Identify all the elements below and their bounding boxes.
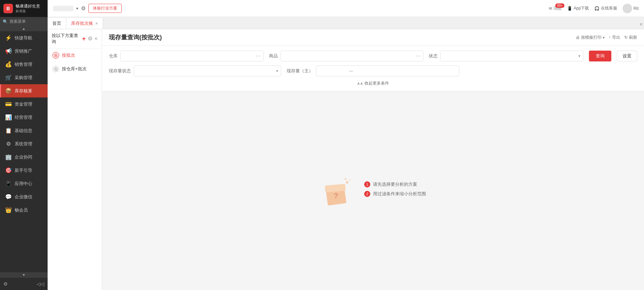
system-icon: ⚙ [5, 141, 12, 147]
enterprise-icon: 🏢 [5, 154, 12, 160]
sidebar-item-quick-nav[interactable]: ⚡ 快捷导航 [0, 31, 48, 44]
warehouse-filter-group: 仓库 ··· [109, 51, 264, 61]
tab-inventory-batch[interactable]: 库存批次账 × [66, 18, 103, 29]
topbar-left: ▾ ⚙ 体验行业方案 [53, 4, 545, 13]
add-scheme-button[interactable]: + [82, 35, 86, 42]
range-dash: — [349, 69, 353, 73]
sidebar-item-wechat[interactable]: 💬 企业微信 [0, 190, 48, 203]
status-filter-group: 状态 ▾ [429, 51, 583, 61]
trial-button[interactable]: 体验行业方案 [88, 4, 122, 13]
status-select[interactable]: ▾ [440, 51, 583, 61]
page-actions: 🖨 按模板打印 ▾ ↑ 导出 ↻ 刷新 [576, 35, 637, 40]
quick-nav-icon: ⚡ [5, 35, 12, 41]
topbar-dropdown[interactable]: ▾ [76, 6, 78, 11]
status-arrow-icon: ▾ [578, 54, 580, 58]
app-logo: B [3, 4, 13, 13]
sidebar-nav: ⚡ 快捷导航 📢 营销推广 💰 销售管理 🛒 采购管理 📦 库存核算 💳 资金管… [0, 31, 48, 272]
warehouse-input[interactable]: ··· [120, 51, 264, 61]
sidebar-item-inventory[interactable]: 📦 库存核算 [0, 84, 48, 97]
topbar-settings-icon[interactable]: ⚙ [81, 5, 86, 12]
stock-status-label: 现存量状态 [109, 68, 131, 74]
sidebar-item-purchase[interactable]: 🛒 采购管理 [0, 71, 48, 84]
panel-close-button[interactable]: × [638, 20, 644, 29]
sidebar-item-member[interactable]: 👑 畅会员 [0, 203, 48, 217]
filter-area: 仓库 ··· 商品 ··· 状态 [102, 46, 644, 91]
scheme-warehouse-batch-icon: 仓 [52, 66, 59, 72]
sidebar-item-operations[interactable]: 📊 经营管理 [0, 111, 48, 124]
sales-icon: 💰 [5, 61, 12, 68]
sidebar-item-base[interactable]: 📋 基础信息 [0, 124, 48, 137]
phone-icon: 📱 [567, 6, 572, 11]
empty-illustration: ? [320, 174, 354, 208]
warehouse-label: 仓库 [109, 53, 118, 59]
topbar-right: ✉ 消息 99+ 📱 App下载 🎧 在线客服 Rit [549, 4, 639, 13]
export-button[interactable]: ↑ 导出 [609, 35, 620, 40]
stock-status-filter-group: 现存量状态 ▾ [109, 66, 281, 76]
breadcrumb [53, 6, 73, 11]
scheme-item-warehouse-batch[interactable]: 仓 按仓库+批次 [48, 62, 102, 76]
collapse-more-button[interactable]: ∧∧ 收起更多条件 [109, 80, 637, 86]
search-menu-button[interactable]: 🔍 搜索菜单 [0, 17, 48, 26]
tab-home[interactable]: 首页 [48, 18, 66, 29]
svg-text:?: ? [334, 192, 338, 200]
sidebar-item-system[interactable]: ⚙ 系统管理 [0, 137, 48, 150]
empty-tip-1: 1 请先选择要分析的方案 [364, 181, 426, 187]
stock-status-select[interactable]: ▾ [134, 66, 281, 76]
content-area: 按以下方案查询 + ⚙ « 批 按批次 仓 按仓库+批次 现存量查询(按批次) [48, 29, 644, 290]
appcenter-icon: 📱 [5, 180, 12, 187]
user-menu[interactable]: Rit [623, 4, 639, 13]
sidebar-item-sales[interactable]: 💰 销售管理 [0, 58, 48, 71]
message-icon: ✉ [549, 6, 552, 11]
app-name: 畅康通好生意 标准版 [16, 4, 40, 14]
marketing-icon: 📢 [5, 48, 12, 54]
scheme-batch-icon: 批 [52, 52, 59, 59]
sidebar-item-finance[interactable]: 💳 资金管理 [0, 97, 48, 111]
refresh-icon: ↻ [624, 35, 628, 40]
sidebar-item-appcenter[interactable]: 📱 应用中心 [0, 177, 48, 190]
sidebar-scroll-down[interactable]: ▼ [0, 272, 48, 277]
filter-row-2: 现存量状态 ▾ 现存量（主） — [109, 66, 637, 76]
search-icon: 🔍 [3, 19, 8, 24]
print-icon: 🖨 [576, 35, 580, 40]
sidebar-footer: ⚙ ◁◁ [0, 277, 48, 290]
empty-svg: ? [320, 174, 354, 208]
scheme-settings-icon[interactable]: ⚙ [88, 35, 92, 42]
page-header: 现存量查询(按批次) 🖨 按模板打印 ▾ ↑ 导出 ↻ 刷新 [102, 29, 644, 46]
service-icon: 🎧 [594, 6, 599, 11]
stock-status-arrow-icon: ▾ [276, 69, 278, 73]
newbie-icon: 🎯 [5, 167, 12, 174]
left-panel-header: 按以下方案查询 + ⚙ « [48, 29, 102, 49]
sidebar-item-marketing[interactable]: 📢 营销推广 [0, 44, 48, 58]
filter-row-1: 仓库 ··· 商品 ··· 状态 [109, 51, 637, 61]
main-area: ▾ ⚙ 体验行业方案 ✉ 消息 99+ 📱 App下载 🎧 在线客服 Rit [48, 0, 644, 290]
app-download-button[interactable]: 📱 App下载 [567, 5, 589, 11]
settings-footer-button[interactable]: ⚙ [3, 281, 8, 287]
online-service-button[interactable]: 🎧 在线客服 [594, 5, 617, 11]
message-button[interactable]: ✉ 消息 99+ [549, 5, 562, 11]
collapse-sidebar-button[interactable]: ◁◁ [37, 281, 44, 287]
tip-num-2: 2 [364, 191, 370, 197]
empty-tip-2: 2 用过滤条件来缩小分析范围 [364, 191, 426, 197]
tab-close-icon[interactable]: × [95, 21, 98, 26]
product-input[interactable]: ··· [281, 51, 424, 61]
left-panel: 按以下方案查询 + ⚙ « 批 按批次 仓 按仓库+批次 [48, 29, 102, 290]
settings-button[interactable]: 设置 [617, 51, 637, 61]
topbar: ▾ ⚙ 体验行业方案 ✉ 消息 99+ 📱 App下载 🎧 在线客服 Rit [48, 0, 644, 17]
stock-qty-max-input[interactable] [356, 69, 383, 73]
status-label: 状态 [429, 53, 438, 59]
stock-qty-min-input[interactable] [319, 69, 346, 73]
scheme-item-batch[interactable]: 批 按批次 [48, 49, 102, 62]
product-label: 商品 [269, 53, 278, 59]
sidebar-item-enterprise[interactable]: 🏢 企业协同 [0, 150, 48, 164]
stock-qty-range: — [316, 66, 459, 76]
print-button[interactable]: 🖨 按模板打印 ▾ [576, 35, 605, 40]
sidebar-scroll-up[interactable]: ▲ [0, 26, 48, 31]
wechat-icon: 💬 [5, 194, 12, 200]
query-button[interactable]: 查询 [589, 51, 611, 61]
collapse-panel-icon[interactable]: « [95, 35, 98, 42]
right-panel: 现存量查询(按批次) 🖨 按模板打印 ▾ ↑ 导出 ↻ 刷新 [102, 29, 644, 290]
member-icon: 👑 [5, 207, 12, 213]
tab-bar: 首页 库存批次账 × × [48, 17, 644, 29]
sidebar-item-newbie[interactable]: 🎯 新手引导 [0, 164, 48, 177]
refresh-button[interactable]: ↻ 刷新 [624, 35, 637, 40]
